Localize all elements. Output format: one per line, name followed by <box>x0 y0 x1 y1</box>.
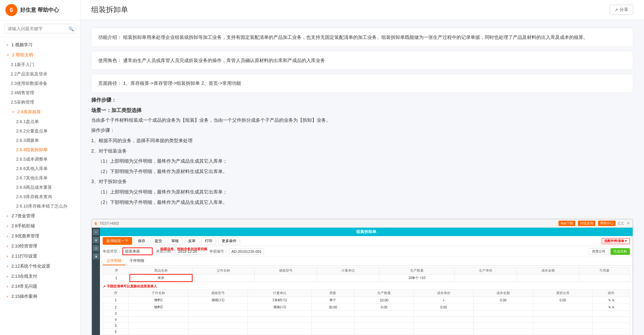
col2-cost-amt: 成本金额 <box>474 290 533 297</box>
expand-icon-s2_13: ＋ <box>5 274 9 279</box>
sidebar-item-label-s2_9: 2.9优惠券管理 <box>11 233 39 239</box>
steps-area: 操作步骤： 场景一：加工类型选择 当由多个子件材料组装成一个成品的业务为【组装】… <box>91 97 633 213</box>
tab-parent-items[interactable]: 父件明细 <box>103 257 125 265</box>
col-parent: 父件名称 <box>192 267 255 275</box>
sidebar: 6 好生意 帮助中心 🔍 ＋ 1.视频学习 － 2.帮助文档 2.1新手入门 2… <box>0 0 80 335</box>
top-bar: 组装拆卸单 ↗ 分享 <box>80 0 644 20</box>
sidebar-item-s2_6_10[interactable]: 2.6.10库存账本错了怎么办 <box>0 202 80 211</box>
app-tabs: 父件明细 子件明细 <box>100 257 633 266</box>
sidebar-item-s2_3[interactable]: 2.3使用前数据准备 <box>0 79 80 88</box>
form-type-input[interactable]: 组装单据 <box>122 247 153 255</box>
sidebar-item-label-s2_15: 2.15操作案例 <box>11 293 37 299</box>
tab-child-items[interactable]: 子件明细 <box>125 257 148 265</box>
cell-product[interactable]: 米米 <box>130 274 192 282</box>
sidebar-item-label-s2_11: 2.11打印设置 <box>11 253 37 259</box>
app-close-icon[interactable]: ✕ <box>627 221 630 226</box>
app-main-body: 组装拆卸单 新增组装一下 保存 提交 审核 反审 打印 更多操作 选配件料清单▼ <box>100 228 633 335</box>
sidebar-item-s2_7[interactable]: ＋ 2.7资金管理 <box>0 211 80 221</box>
app-window: 6 TEST-H002 App下载 在线咨询 帮助中心 C.C ✕ ≡ ⊞ <box>92 219 633 335</box>
sidebar-item-s2_9[interactable]: ＋ 2.9优惠券管理 <box>0 231 80 241</box>
col-product: 商品名称 <box>130 267 192 275</box>
col2-cum-out: 累积出库 <box>533 290 593 297</box>
cell-spec <box>255 274 317 282</box>
sidebar-item-s2[interactable]: － 2.帮助文档 <box>0 50 80 60</box>
sidebar-item-s2_6_8[interactable]: 2.6.8商品成本重算 <box>0 183 80 192</box>
app-btn-submit[interactable]: 提交 <box>151 237 166 245</box>
sidebar-item-s2_8[interactable]: ＋ 2.8手机旺铺 <box>0 221 80 231</box>
role-block: 使用角色： 通常由生产人员或库管人员完成折装业务的操作，库管人员确认原材料的出库… <box>91 51 633 70</box>
content-area: 功能介绍： 组装拆卸单用来处理企业组装或拆卸等加工业务，支持有固定装配清单的产品… <box>80 20 644 335</box>
sidebar-item-s2_6_2[interactable]: 2.6.2分量盘点单 <box>0 126 80 136</box>
sidebar-item-s2_11[interactable]: ＋ 2.11打印设置 <box>0 251 80 261</box>
sidebar-item-s2_10[interactable]: ＋ 2.10经营管理 <box>0 241 80 251</box>
sidebar-item-s2_4[interactable]: 2.4销售管理 <box>0 88 80 98</box>
table-row: 4 <box>103 317 630 323</box>
screenshot-container: 6 TEST-H002 App下载 在线咨询 帮助中心 C.C ✕ ≡ ⊞ <box>91 219 633 335</box>
sidebar-item-label-s2_10: 2.10经营管理 <box>11 243 37 249</box>
sidebar-item-s2_2[interactable]: 2.2产品安装及登录 <box>0 69 80 79</box>
app-badge-appdownload: App下载 <box>558 221 575 226</box>
sidebar-item-s2_15[interactable]: ＋ 2.15操作案例 <box>0 291 80 301</box>
cell-price <box>454 274 517 282</box>
sidebar-item-s2_6_9[interactable]: 2.6.9库存账本查询 <box>0 192 80 202</box>
sidebar-item-s2_6_5[interactable]: 2.6.5成本调整单 <box>0 155 80 164</box>
sidebar-item-s1[interactable]: ＋ 1.视频学习 <box>0 40 80 50</box>
sidebar-item-s2_6_6[interactable]: 2.6.6其他入库单 <box>0 164 80 173</box>
form-number-input[interactable]: AD-20191226-001 <box>229 248 264 255</box>
share-button[interactable]: ↗ 分享 <box>609 5 633 15</box>
cell-avail <box>579 274 630 282</box>
form-field-number: 单据编号： AD-20191226-001 <box>209 248 264 255</box>
intro-label: 功能介绍： <box>98 35 122 40</box>
role-text: 通常由生产人员或库管人员完成折装业务的操作，库管人员确认原材料的出库和产成品的入… <box>123 58 325 63</box>
app-btn-unaudit[interactable]: 反审 <box>184 237 199 245</box>
sidebar-item-s2_14[interactable]: ＋ 2.14常见问题 <box>0 281 80 291</box>
share-icon: ↗ <box>614 7 618 12</box>
app-btn-audit[interactable]: 审核 <box>168 237 182 245</box>
search-input[interactable] <box>4 24 76 34</box>
expand-icon-s2_12: ＋ <box>5 264 9 269</box>
app-titlebar: 6 TEST-H002 App下载 在线咨询 帮助中心 C.C ✕ <box>92 219 633 228</box>
step3-1: （1）上部明细为父件明细，最终作为原材料生成其它出库单； <box>91 187 633 197</box>
sidebar-icon-3: ◷ <box>93 245 99 251</box>
sidebar-item-s2_6_4[interactable]: 2.6.4组装拆卸单 <box>0 145 80 155</box>
expand-icon-s2_8: ＋ <box>5 223 9 229</box>
app-store-name: TEST-H002 <box>100 221 119 225</box>
sidebar-header: 6 好生意 帮助中心 <box>0 0 80 20</box>
main-content: 组装拆卸单 ↗ 分享 功能介绍： 组装拆卸单用来处理企业组装或拆卸等加工业务，支… <box>80 0 644 335</box>
annotation-btn: 选配件料清单▼ <box>602 238 630 244</box>
sidebar-item-s2_5[interactable]: 2.5采购管理 <box>0 98 80 107</box>
sidebar-item-s2_6_3[interactable]: 2.6.3调拨单 <box>0 136 80 145</box>
annotation-table: ↗ 不固定清单可以直接在这里里录入 <box>100 283 633 289</box>
search-button[interactable]: 🔍 <box>68 26 74 31</box>
step2-2: （2）下部明细为子件明细，最终作为原材料生成其它出库单。 <box>91 167 633 176</box>
step2: 2、对于组装业务 <box>91 147 633 156</box>
sidebar-icon-4: ♟ <box>93 253 99 259</box>
steps-sub-heading: 操作步骤： <box>91 126 633 135</box>
sidebar-item-s2_6[interactable]: － 2.6库存核算 <box>0 107 80 117</box>
sidebar-item-label-s2_7: 2.7资金管理 <box>11 213 35 219</box>
sidebar-item-s2_13[interactable]: ＋ 2.13在线支付 <box>0 271 80 281</box>
form-right-actions: 供货公司 完成采购 <box>589 248 630 255</box>
app-btn-more[interactable]: 更多操作 <box>218 237 240 245</box>
expand-icon-s2_7: ＋ <box>5 213 9 219</box>
collapse-icon-s2: － <box>5 52 10 58</box>
app-btn-print[interactable]: 打印 <box>201 237 216 245</box>
col2-seq: 序 <box>103 290 129 297</box>
sidebar-item-label-s2_6: 2.6库存核算 <box>17 109 41 115</box>
nav-tree: ＋ 1.视频学习 － 2.帮助文档 2.1新手入门 2.2产品安装及登录 2.3… <box>0 37 80 335</box>
app-btn-save[interactable]: 保存 <box>134 237 149 245</box>
sidebar-item-s2_12[interactable]: ＋ 2.12系统个性化设置 <box>0 261 80 271</box>
sidebar-item-s2_6_1[interactable]: 2.6.1盘点单 <box>0 117 80 126</box>
intro-block: 功能介绍： 组装拆卸单用来处理企业组装或拆卸等加工业务，支持有固定装配清单的产品… <box>91 28 633 47</box>
cell-parent <box>192 274 255 282</box>
col-seq: 序 <box>103 267 130 275</box>
col2-prod-qty: 生产数量 <box>354 290 414 297</box>
col-qty: 生产数量 <box>379 267 454 275</box>
sidebar-item-s2_1[interactable]: 2.1新手入门 <box>0 60 80 69</box>
app-btn-new[interactable]: 新增组装一下 <box>103 237 132 245</box>
form-btn-confirm[interactable]: 完成采购 <box>610 248 630 255</box>
expand-icon-s2_15: ＋ <box>5 294 9 299</box>
form-field-company[interactable]: 供货公司 <box>589 248 608 255</box>
table1-container: 序 商品名称 父件名称 规格型号 计量单位 生产数量 生产单价 成本金额 可用量 <box>100 266 633 283</box>
sidebar-item-s2_6_7[interactable]: 2.6.7其他出库单 <box>0 173 80 183</box>
